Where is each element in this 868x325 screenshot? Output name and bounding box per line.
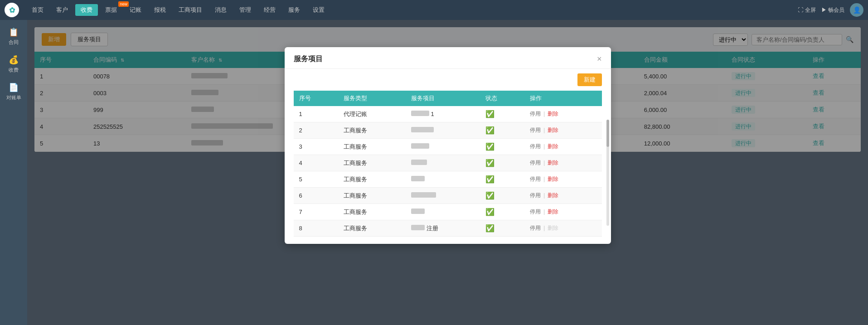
top-nav: ✿ 首页 客户 收费 票据 new 记账 报税 工商项目 消息 管理 经营 服务… (0, 0, 868, 20)
delete-button[interactable]: 删除 (548, 225, 558, 231)
modal-cell-type: 工商服务 (338, 188, 406, 204)
stop-button[interactable]: 停用 (530, 225, 541, 231)
modal-cell-type: 工商服务 (338, 155, 406, 171)
service-modal: 服务项目 × 新建 序号 服务类型 服务项目 状态 操作 (285, 47, 611, 244)
modal-table-row: 8 工商服务 注册 ✅ 停用 | 删除 (294, 220, 602, 237)
modal-cell-type: 代理记账 (338, 106, 406, 122)
modal-table-header: 序号 服务类型 服务项目 状态 操作 (294, 91, 602, 106)
fullscreen-btn[interactable]: ⛶ 全屏 (798, 6, 815, 14)
delete-button[interactable]: 删除 (548, 209, 558, 215)
modal-cell-status: ✅ (480, 139, 524, 155)
modal-col-item: 服务项目 (406, 91, 480, 106)
modal-cell-type: 工商服务 (338, 122, 406, 139)
stop-button[interactable]: 停用 (530, 209, 541, 215)
modal-cell-action: 停用 | 删除 (524, 122, 601, 139)
scrollbar-thumb[interactable] (606, 120, 609, 147)
modal-cell-action: 停用 | 删除 (524, 220, 601, 237)
modal-body: 序号 服务类型 服务项目 状态 操作 1 代理记账 1 ✅ 停用 (285, 91, 611, 244)
modal-cell-no: 6 (294, 188, 338, 204)
modal-header: 服务项目 × (285, 47, 611, 69)
modal-cell-no: 8 (294, 220, 338, 237)
modal-table-row: 3 工商服务 ✅ 停用 | 删除 (294, 139, 602, 155)
modal-col-type: 服务类型 (338, 91, 406, 106)
avatar[interactable]: 👤 (850, 3, 863, 17)
nav-invoice[interactable]: 票据 new (100, 4, 122, 16)
nav-fee[interactable]: 收费 (75, 4, 98, 16)
top-nav-right: ⛶ 全屏 ▶ 畅会员 👤 (798, 3, 863, 17)
modal-cell-item (406, 139, 480, 155)
modal-new-button[interactable]: 新建 (577, 73, 602, 86)
modal-toolbar: 新建 (285, 69, 611, 91)
modal-cell-item: 1 (406, 106, 480, 122)
stop-button[interactable]: 停用 (530, 160, 541, 166)
modal-cell-no: 2 (294, 122, 338, 139)
stop-button[interactable]: 停用 (530, 127, 541, 133)
modal-title: 服务项目 (294, 54, 323, 64)
sidebar-item-contract[interactable]: 📋 合同 (1, 24, 26, 49)
stop-button[interactable]: 停用 (530, 176, 541, 182)
logo: ✿ (5, 3, 19, 17)
service-table: 序号 服务类型 服务项目 状态 操作 1 代理记账 1 ✅ 停用 (294, 91, 602, 237)
sidebar-label-fee: 收费 (9, 67, 19, 73)
modal-cell-status: ✅ (480, 188, 524, 204)
scrollbar-track[interactable] (606, 120, 609, 226)
stop-button[interactable]: 停用 (530, 111, 541, 117)
modal-cell-type: 工商服务 (338, 204, 406, 220)
stop-button[interactable]: 停用 (530, 192, 541, 199)
nav-customer[interactable]: 客户 (51, 4, 73, 16)
delete-button[interactable]: 删除 (548, 176, 558, 182)
delete-button[interactable]: 删除 (548, 127, 558, 133)
modal-cell-action: 停用 | 删除 (524, 188, 601, 204)
modal-table-row: 1 代理记账 1 ✅ 停用 | 删除 (294, 106, 602, 122)
sidebar-label-statement: 对账单 (6, 94, 21, 101)
nav-settings[interactable]: 设置 (307, 4, 330, 16)
nav-items: 首页 客户 收费 票据 new 记账 报税 工商项目 消息 管理 经营 服务 设… (26, 4, 798, 16)
modal-cell-status: ✅ (480, 220, 524, 237)
modal-col-action: 操作 (524, 91, 601, 106)
modal-cell-status: ✅ (480, 106, 524, 122)
modal-col-status: 状态 (480, 91, 524, 106)
nav-message[interactable]: 消息 (209, 4, 232, 16)
nav-tax[interactable]: 报税 (149, 4, 171, 16)
modal-table-row: 2 工商服务 ✅ 停用 | 删除 (294, 122, 602, 139)
modal-cell-status: ✅ (480, 204, 524, 220)
delete-button[interactable]: 删除 (548, 143, 558, 150)
nav-service[interactable]: 服务 (283, 4, 305, 16)
modal-cell-item (406, 171, 480, 188)
delete-button[interactable]: 删除 (548, 111, 558, 117)
nav-operation[interactable]: 经营 (258, 4, 281, 16)
nav-home[interactable]: 首页 (26, 4, 49, 16)
modal-table-row: 7 工商服务 ✅ 停用 | 删除 (294, 204, 602, 220)
sidebar-item-fee[interactable]: 💰 收费 (1, 51, 26, 77)
stop-button[interactable]: 停用 (530, 143, 541, 150)
logo-icon: ✿ (9, 6, 15, 15)
modal-cell-type: 工商服务 (338, 139, 406, 155)
delete-button[interactable]: 删除 (548, 160, 558, 166)
modal-cell-status: ✅ (480, 155, 524, 171)
modal-cell-action: 停用 | 删除 (524, 155, 601, 171)
modal-cell-no: 1 (294, 106, 338, 122)
sidebar: 📋 合同 💰 收费 📄 对账单 (0, 20, 27, 325)
new-badge: new (118, 1, 129, 7)
member-btn[interactable]: ▶ 畅会员 (821, 6, 844, 14)
modal-cell-no: 4 (294, 155, 338, 171)
sidebar-label-contract: 合同 (9, 39, 19, 46)
modal-cell-no: 7 (294, 204, 338, 220)
modal-cell-item (406, 155, 480, 171)
sidebar-item-statement[interactable]: 📄 对账单 (1, 79, 26, 105)
modal-cell-action: 停用 | 删除 (524, 171, 601, 188)
modal-cell-item: 注册 (406, 220, 480, 237)
delete-button[interactable]: 删除 (548, 192, 558, 199)
modal-cell-item (406, 122, 480, 139)
fee-icon: 💰 (9, 55, 19, 65)
modal-close-button[interactable]: × (597, 54, 602, 64)
modal-overlay: 服务项目 × 新建 序号 服务类型 服务项目 状态 操作 (27, 20, 868, 325)
nav-manage[interactable]: 管理 (234, 4, 257, 16)
modal-cell-item (406, 204, 480, 220)
modal-table-row: 6 工商服务 ✅ 停用 | 删除 (294, 188, 602, 204)
nav-commerce[interactable]: 工商项目 (173, 4, 208, 16)
modal-cell-no: 5 (294, 171, 338, 188)
modal-cell-type: 工商服务 (338, 220, 406, 237)
modal-cell-no: 3 (294, 139, 338, 155)
contract-icon: 📋 (9, 27, 19, 37)
